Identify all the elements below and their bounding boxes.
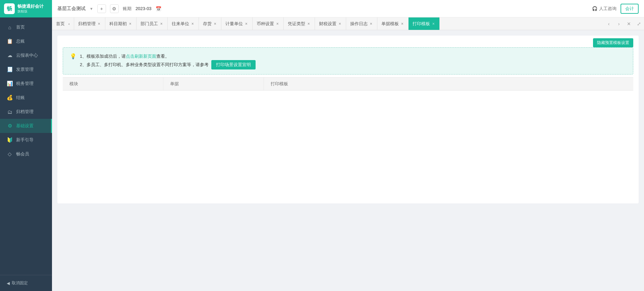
logo-subtitle: 旗舰版 <box>17 9 44 14</box>
sidebar-item-ledger[interactable]: 📋 总账 <box>0 34 52 48</box>
tab-currency[interactable]: 币种设置× <box>253 17 284 30</box>
sidebar-item-archive[interactable]: 🗂 归档管理 <box>0 105 52 119</box>
sidebar-footer[interactable]: ◀ 取消固定 <box>0 275 52 291</box>
col-document-header: 单据 <box>163 78 264 90</box>
tab-label-printtemplate: 打印模板 <box>413 21 430 27</box>
settings-icon[interactable]: ⚙ <box>110 4 119 13</box>
tab-close-inventory[interactable]: × <box>213 21 217 27</box>
tab-label-currency: 币种设置 <box>257 21 274 27</box>
checkout-icon: 💰 <box>7 95 13 101</box>
support-label: 人工咨询 <box>599 6 616 12</box>
tab-printtemplate[interactable]: 打印模板× <box>409 17 440 30</box>
sidebar-item-label-settings: 基础设置 <box>16 123 34 129</box>
tab-subject[interactable]: 科目期初× <box>105 17 137 30</box>
period-value: 2023-03 <box>136 6 152 11</box>
tab-label-department: 部门员工 <box>141 21 158 27</box>
sidebar-item-member[interactable]: ◇ 畅会员 <box>0 147 52 161</box>
sidebar-item-invoice[interactable]: 🧾 发票管理 <box>0 62 52 77</box>
sidebar-item-checkout[interactable]: 💰 结账 <box>0 91 52 105</box>
tab-singledoc[interactable]: 单据模板× <box>377 17 409 30</box>
notice-line2-pre: 2、多员工、多打印机、多种业务类型设置不同打印方案等，请参考 <box>80 62 209 67</box>
sidebar-item-label-tax: 税务管理 <box>16 81 34 87</box>
sidebar-nav: ⌂ 首页 📋 总账 ☁ 云报表中心 🧾 发票管理 📊 税务管理 💰 结账 🗂 归… <box>0 17 52 275</box>
notice-line1-link[interactable]: 点击刷新新页面 <box>126 54 156 59</box>
company-dropdown-icon[interactable]: ▼ <box>90 7 93 11</box>
tab-close-all[interactable]: ✕ <box>624 17 634 30</box>
tab-home[interactable]: 首页‹ <box>52 17 74 30</box>
notice-line1-post: 查看。 <box>156 54 169 59</box>
tab-close-unit[interactable]: × <box>245 21 248 27</box>
tab-close-currency[interactable]: × <box>276 21 279 27</box>
tab-label-singledoc: 单据模板 <box>381 21 399 27</box>
tab-taxsettings[interactable]: 财税设置× <box>315 17 346 30</box>
tab-close-printtemplate[interactable]: × <box>432 21 435 27</box>
add-tab-button[interactable]: + <box>97 4 106 13</box>
tab-close-archive[interactable]: × <box>97 21 101 27</box>
bulb-icon: 💡 <box>70 53 76 59</box>
tab-close-subject[interactable]: × <box>128 21 132 27</box>
tab-label-voucher: 凭证类型 <box>288 21 305 27</box>
notice-line-1: 1、模板添加成功后，请点击刷新新页面查看。 <box>80 52 626 60</box>
account-button[interactable]: 会计 <box>621 4 639 14</box>
tab-unit[interactable]: 计量单位× <box>221 17 253 30</box>
header-right: 🎧 人工咨询 会计 <box>592 4 639 14</box>
sidebar-item-reports[interactable]: ☁ 云报表中心 <box>0 48 52 62</box>
tab-close-supplier[interactable]: × <box>191 21 195 27</box>
tab-supplier[interactable]: 往来单位× <box>168 17 199 30</box>
sidebar-item-tax[interactable]: 📊 税务管理 <box>0 77 52 91</box>
sidebar-item-label-archive: 归档管理 <box>16 109 34 115</box>
unpin-label: 取消固定 <box>12 280 28 286</box>
hide-template-button[interactable]: 隐藏预置模板设置 <box>593 38 633 47</box>
main-area: 基层工会测试 ▼ + ⚙ 账期 2023-03 📅 🎧 人工咨询 会计 首页‹归… <box>52 0 644 291</box>
tab-department[interactable]: 部门员工× <box>137 17 168 30</box>
table-area: 模块 单据 打印模板 <box>63 77 633 91</box>
tab-label-home: 首页 <box>56 21 65 27</box>
sidebar-item-label-reports: 云报表中心 <box>16 52 38 58</box>
tab-close-voucher[interactable]: × <box>307 21 311 27</box>
content-area: 隐藏预置模板设置 💡 1、模板添加成功后，请点击刷新新页面查看。 2、多员工、多… <box>52 30 644 291</box>
tab-close-oplog[interactable]: × <box>369 21 373 27</box>
tab-label-archive: 归档管理 <box>78 21 96 27</box>
top-right-actions: 隐藏预置模板设置 <box>57 36 639 47</box>
tab-close-department[interactable]: × <box>160 21 163 27</box>
tab-close-singledoc[interactable]: × <box>400 21 404 27</box>
support-button[interactable]: 🎧 人工咨询 <box>592 6 616 12</box>
notice-line-2: 2、多员工、多打印机、多种业务类型设置不同打印方案等，请参考 打印场景设置宣明 <box>80 60 626 69</box>
tab-inventory[interactable]: 存货× <box>199 17 221 30</box>
tab-label-unit: 计量单位 <box>225 21 243 27</box>
notice-bar: 💡 1、模板添加成功后，请点击刷新新页面查看。 2、多员工、多打印机、多种业务类… <box>63 47 633 75</box>
headset-icon: 🎧 <box>592 6 597 11</box>
tab-voucher[interactable]: 凭证类型× <box>284 17 315 30</box>
table-header: 模块 单据 打印模板 <box>63 77 633 91</box>
sidebar-item-settings[interactable]: ⚙ 基础设置 <box>0 119 52 133</box>
settings-icon: ⚙ <box>7 123 13 129</box>
archive-icon: 🗂 <box>7 109 13 115</box>
print-scene-button[interactable]: 打印场景设置宣明 <box>211 60 256 69</box>
tab-label-subject: 科目期初 <box>109 21 127 27</box>
company-name: 基层工会测试 <box>57 6 86 12</box>
tab-oplog[interactable]: 操作日志× <box>346 17 377 30</box>
home-nav-left[interactable]: ‹ <box>68 22 70 26</box>
ledger-icon: 📋 <box>7 38 13 44</box>
tab-close-taxsettings[interactable]: × <box>338 21 342 27</box>
tab-expand[interactable]: ⤢ <box>634 17 644 30</box>
sidebar-item-label-invoice: 发票管理 <box>16 66 34 72</box>
member-icon: ◇ <box>7 151 13 157</box>
tab-actions: ‹ › ✕ ⤢ <box>604 17 644 30</box>
sidebar-item-home[interactable]: ⌂ 首页 <box>0 20 52 34</box>
guide-icon: 🔰 <box>7 137 13 143</box>
tab-archive[interactable]: 归档管理× <box>74 17 105 30</box>
sidebar-item-guide[interactable]: 🔰 新手引导 <box>0 133 52 147</box>
invoice-icon: 🧾 <box>7 66 13 72</box>
sidebar: 畅 畅捷通好会计 旗舰版 ⌂ 首页 📋 总账 ☁ 云报表中心 🧾 发票管理 📊 … <box>0 0 52 291</box>
sidebar-item-label-ledger: 总账 <box>16 38 25 44</box>
tab-label-inventory: 存货 <box>203 21 212 27</box>
sidebar-item-label-guide: 新手引导 <box>16 137 34 143</box>
sidebar-item-label-home: 首页 <box>16 24 25 30</box>
tab-nav-next[interactable]: › <box>614 17 624 30</box>
notice-text: 1、模板添加成功后，请点击刷新新页面查看。 2、多员工、多打印机、多种业务类型设… <box>80 52 626 69</box>
sidebar-logo: 畅 畅捷通好会计 旗舰版 <box>0 0 52 17</box>
top-header: 基层工会测试 ▼ + ⚙ 账期 2023-03 📅 🎧 人工咨询 会计 <box>52 0 644 17</box>
calendar-icon[interactable]: 📅 <box>156 6 161 11</box>
tab-nav-prev[interactable]: ‹ <box>604 17 614 30</box>
